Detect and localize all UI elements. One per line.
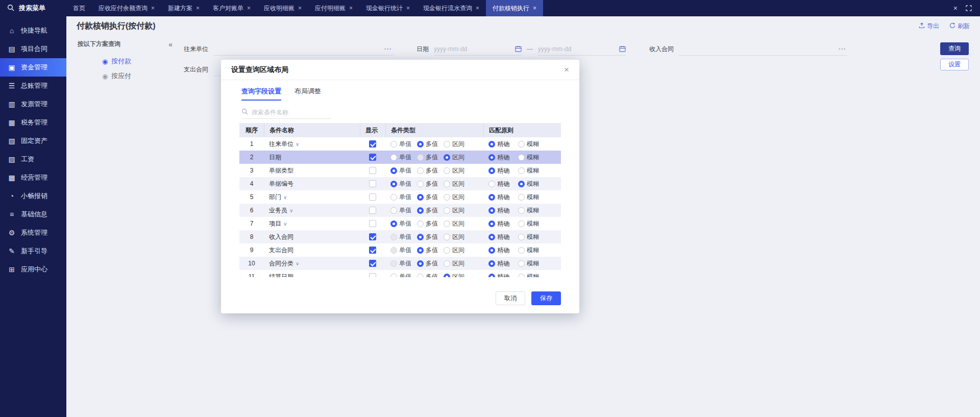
radio-option[interactable]: 模糊 <box>518 153 539 162</box>
radio-option[interactable]: 单值 <box>390 206 411 215</box>
partner-input-field[interactable] <box>213 45 383 53</box>
tab-2[interactable]: 新建方案× <box>161 0 206 16</box>
tab-close-icon[interactable]: × <box>533 5 536 12</box>
radio-option[interactable]: 精确 <box>488 166 509 175</box>
radio-option[interactable]: 多值 <box>417 259 438 268</box>
show-checkbox[interactable] <box>369 233 376 240</box>
income-contract-field[interactable] <box>679 45 838 53</box>
radio-option[interactable]: 多值 <box>417 140 438 149</box>
radio-option[interactable]: 模糊 <box>518 233 539 241</box>
table-row[interactable]: 8收入合同单值多值区间精确模糊 <box>239 230 561 243</box>
tab-1[interactable]: 应收应付余额查询× <box>92 0 161 16</box>
radio-option[interactable]: 模糊 <box>518 246 539 255</box>
calendar-icon[interactable] <box>617 45 626 52</box>
radio-option[interactable]: 多值 <box>417 246 438 255</box>
tab-close-icon[interactable]: × <box>247 5 251 12</box>
radio-option[interactable]: 区间 <box>444 206 464 215</box>
radio-option[interactable]: 模糊 <box>518 259 539 268</box>
radio-option[interactable]: 区间 <box>444 140 464 149</box>
chevron-down-icon[interactable]: ∨ <box>283 194 287 200</box>
radio-option[interactable]: 单值 <box>390 166 411 175</box>
tab-0[interactable]: 首页 <box>66 0 92 16</box>
radio-option[interactable]: 区间 <box>444 153 464 162</box>
show-checkbox[interactable] <box>369 207 376 214</box>
fullscreen-icon[interactable] <box>966 5 972 11</box>
radio-option[interactable]: 单值 <box>390 219 411 228</box>
table-row[interactable]: 5部门∨单值多值区间精确模糊 <box>239 190 561 204</box>
radio-option[interactable]: 单值 <box>390 180 411 188</box>
settings-button[interactable]: 设置 <box>940 59 969 70</box>
radio-option[interactable]: 区间 <box>444 273 464 278</box>
radio-option[interactable]: 单值 <box>390 273 411 278</box>
radio-option[interactable]: 区间 <box>444 259 464 268</box>
radio-option[interactable]: 多值 <box>417 153 438 162</box>
sidebar-item-app-center[interactable]: ⊞应用中心 <box>0 260 66 279</box>
show-checkbox[interactable] <box>369 154 376 161</box>
condition-search-input[interactable] <box>252 109 331 116</box>
tab-6[interactable]: 现金银行统计× <box>359 0 416 16</box>
sidebar-item-invoice-management[interactable]: ▥发票管理 <box>0 95 66 113</box>
chevron-down-icon[interactable]: ∨ <box>296 261 299 266</box>
export-button[interactable]: 导出 <box>919 22 939 31</box>
tab-8[interactable]: 付款核销执行× <box>486 0 543 16</box>
radio-option[interactable]: 多值 <box>417 166 438 175</box>
chevron-down-icon[interactable]: ∨ <box>296 141 299 147</box>
radio-option[interactable]: 精确 <box>488 140 509 149</box>
partner-picker-icon[interactable]: ··· <box>383 45 393 53</box>
show-checkbox[interactable] <box>369 273 376 277</box>
sidebar-item-beginner-guide[interactable]: ✎新手引导 <box>0 242 66 260</box>
radio-option[interactable]: 模糊 <box>518 193 539 202</box>
radio-option[interactable]: 精确 <box>488 233 509 241</box>
condition-search[interactable] <box>241 106 331 119</box>
radio-option[interactable]: 精确 <box>488 246 509 255</box>
radio-option[interactable]: 精确 <box>488 273 509 278</box>
sidebar-item-fixed-assets[interactable]: ▧固定资产 <box>0 132 66 150</box>
show-checkbox[interactable] <box>369 247 376 254</box>
radio-option[interactable]: 单值 <box>390 140 411 149</box>
tab-close-icon[interactable]: × <box>196 5 200 12</box>
tab-close-icon[interactable]: × <box>406 5 410 12</box>
radio-option[interactable]: 精确 <box>488 180 509 188</box>
table-row[interactable]: 10合同分类∨单值多值区间精确模糊 <box>239 257 561 270</box>
sidebar-item-fund-management[interactable]: ▣资金管理 <box>0 58 66 77</box>
radio-option[interactable]: 模糊 <box>518 166 539 175</box>
radio-option[interactable]: 单值 <box>390 259 411 268</box>
radio-option[interactable]: 精确 <box>488 193 509 202</box>
income-contract-input[interactable]: ··· <box>679 42 847 56</box>
scheme-item-1[interactable]: ◉按应付 <box>102 71 173 81</box>
sidebar-item-general-ledger[interactable]: ☰总账管理 <box>0 77 66 95</box>
scheme-item-0[interactable]: ◉按付款 <box>102 57 173 66</box>
partner-input[interactable]: ··· <box>213 42 393 56</box>
radio-option[interactable]: 单值 <box>390 193 411 202</box>
date-end-field[interactable] <box>538 45 617 53</box>
radio-option[interactable]: 模糊 <box>518 140 539 149</box>
cancel-button[interactable]: 取消 <box>496 291 525 305</box>
tab-query-field-settings[interactable]: 查询字段设置 <box>241 87 281 101</box>
radio-option[interactable]: 多值 <box>417 180 438 188</box>
table-row[interactable]: 4单据编号单值多值区间精确模糊 <box>239 177 561 190</box>
income-contract-picker-icon[interactable]: ··· <box>838 45 847 53</box>
radio-option[interactable]: 区间 <box>444 233 464 241</box>
sidebar-item-project-contract[interactable]: ▤项目合同 <box>0 40 66 58</box>
radio-option[interactable]: 精确 <box>488 206 509 215</box>
table-row[interactable]: 6业务员∨单值多值区间精确模糊 <box>239 204 561 217</box>
tab-close-icon[interactable]: × <box>349 5 353 12</box>
show-checkbox[interactable] <box>369 220 376 227</box>
radio-option[interactable]: 多值 <box>417 206 438 215</box>
radio-option[interactable]: 区间 <box>444 166 464 175</box>
table-row[interactable]: 7项目∨单值多值区间精确模糊 <box>239 217 561 230</box>
radio-option[interactable]: 多值 <box>417 193 438 202</box>
tab-close-icon[interactable]: × <box>151 5 155 12</box>
table-row[interactable]: 2日期单值多值区间精确模糊 <box>239 151 561 164</box>
sidebar-item-system-management[interactable]: ⚙系统管理 <box>0 224 66 242</box>
radio-option[interactable]: 模糊 <box>518 180 539 188</box>
radio-option[interactable]: 模糊 <box>518 273 539 278</box>
radio-option[interactable]: 精确 <box>488 153 509 162</box>
radio-option[interactable]: 区间 <box>444 180 464 188</box>
radio-option[interactable]: 区间 <box>444 193 464 202</box>
show-checkbox[interactable] <box>369 167 376 174</box>
date-start-field[interactable] <box>434 45 513 53</box>
show-checkbox[interactable] <box>369 193 376 201</box>
calendar-icon[interactable] <box>513 45 522 52</box>
tab-4[interactable]: 应收明细账× <box>257 0 308 16</box>
